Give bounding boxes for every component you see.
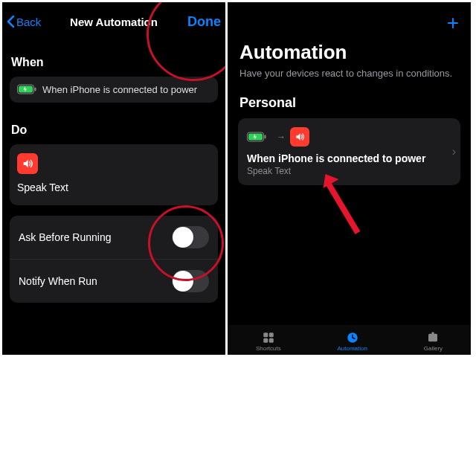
tab-label: Shortcuts (256, 345, 281, 352)
tab-gallery[interactable]: Gallery (424, 331, 443, 352)
toggle-knob (173, 227, 193, 248)
do-section-label: Do (2, 123, 225, 137)
automation-title: Automation (228, 33, 471, 67)
page-title: New Automation (70, 16, 158, 28)
notify-when-run-row: Notify When Run (10, 259, 218, 303)
shortcuts-icon (261, 331, 276, 344)
tab-bar: Shortcuts Automation Gallery (228, 325, 471, 355)
battery-charging-icon (17, 84, 36, 95)
svg-rect-9 (263, 338, 268, 343)
automation-subtitle: Have your devices react to changes in co… (228, 67, 471, 80)
toggle-knob (173, 271, 193, 292)
speak-text-icon (290, 127, 309, 147)
personal-section-header: Personal (228, 80, 471, 118)
done-button[interactable]: Done (187, 14, 221, 30)
back-button[interactable]: Back (7, 15, 41, 28)
chevron-right-icon: › (452, 145, 456, 158)
right-header: + (228, 2, 471, 33)
automation-card[interactable]: → When iPhone is connected to power Spea… (238, 118, 460, 185)
tab-label: Gallery (424, 345, 443, 352)
svg-rect-13 (432, 332, 434, 335)
screenshot-container: Back New Automation Done When When iPhon… (0, 0, 476, 357)
add-automation-button[interactable]: + (447, 13, 459, 33)
arrow-right-icon: → (277, 132, 286, 142)
when-condition-text: When iPhone is connected to power (42, 84, 197, 95)
left-pane: Back New Automation Done When When iPhon… (2, 2, 225, 355)
ask-before-running-toggle[interactable] (172, 226, 209, 248)
automation-icon-row: → (247, 127, 451, 147)
gallery-icon (425, 331, 440, 344)
notify-when-run-label: Notify When Run (19, 275, 97, 287)
tab-automation[interactable]: Automation (337, 331, 367, 352)
svg-rect-4 (265, 135, 266, 138)
back-label: Back (16, 16, 41, 28)
speak-text-icon (17, 153, 38, 174)
svg-rect-7 (263, 332, 268, 337)
svg-rect-8 (269, 332, 274, 337)
speak-text-label: Speak Text (17, 181, 210, 193)
right-pane: + Automation Have your devices react to … (228, 2, 471, 355)
ask-before-running-label: Ask Before Running (19, 231, 112, 243)
svg-rect-10 (269, 338, 274, 343)
automation-icon (345, 331, 360, 344)
battery-charging-icon (247, 132, 266, 143)
do-action-card[interactable]: Speak Text (10, 144, 218, 205)
svg-rect-1 (35, 88, 36, 91)
svg-rect-12 (428, 334, 437, 342)
notify-when-run-toggle[interactable] (172, 270, 209, 292)
ask-before-running-row: Ask Before Running (10, 216, 218, 259)
when-section-label: When (2, 56, 225, 69)
when-condition-card[interactable]: When iPhone is connected to power (10, 77, 218, 103)
automation-card-subtitle: Speak Text (247, 166, 451, 176)
automation-card-title: When iPhone is connected to power (247, 152, 451, 164)
tab-label: Automation (337, 345, 367, 352)
svg-line-6 (328, 183, 358, 233)
navigation-bar: Back New Automation Done (2, 2, 225, 35)
tab-shortcuts[interactable]: Shortcuts (256, 331, 281, 352)
chevron-left-icon (7, 15, 15, 28)
